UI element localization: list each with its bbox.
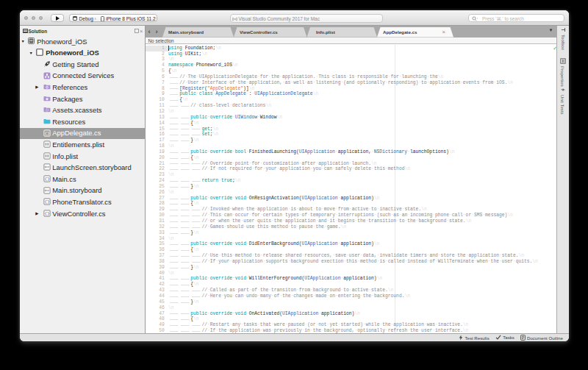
- svg-text:{}: {}: [45, 177, 50, 182]
- svg-text:{}: {}: [45, 131, 50, 136]
- svg-text:{}: {}: [45, 199, 50, 204]
- svg-text:{}: {}: [45, 211, 50, 216]
